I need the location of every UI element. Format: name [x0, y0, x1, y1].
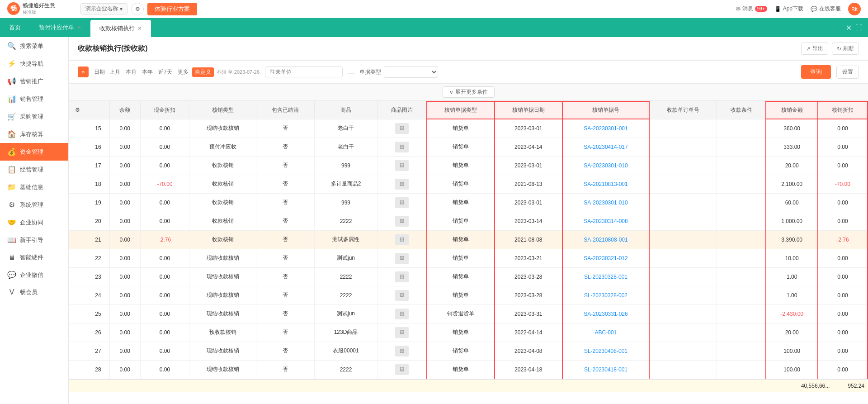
bill-no-link-9[interactable]: SL-20230328-002: [584, 292, 627, 299]
sidebar: 🔍搜索菜单⚡快捷导航📢营销推广📊销售管理🛒采购管理🏠库存核算💰资金管理📋经营管理…: [0, 37, 69, 404]
sidebar-item-2[interactable]: 📢营销推广: [0, 72, 68, 90]
tab-prepay[interactable]: 预付冲应付单 ✕: [30, 18, 90, 37]
bill-no-link-12[interactable]: SL-20230408-001: [584, 348, 627, 354]
sidebar-item-7[interactable]: 📋经营管理: [0, 161, 68, 178]
filter-partner-group: [265, 67, 343, 77]
td-bill-report-no-10: SA-20230331-026: [562, 304, 649, 323]
tab-bar: 首页 预付冲应付单 ✕ 收款核销执行 ✕ ✕ ⛶: [0, 18, 868, 37]
sidebar-item-12[interactable]: 🖥智能硬件: [0, 249, 68, 266]
td-balance-9: 0.00: [109, 286, 140, 304]
tab-prepay-label: 预付冲应付单: [39, 24, 74, 32]
td-balance-5: 0.00: [109, 212, 140, 230]
bill-type-select[interactable]: [384, 66, 438, 78]
tab-verify[interactable]: 收款核销执行 ✕: [90, 20, 151, 37]
bill-no-link-4[interactable]: SA-20230301-010: [584, 200, 627, 206]
td-balance-7: 0.00: [109, 249, 140, 267]
date-opt-custom[interactable]: 自定义: [192, 67, 214, 77]
message-item[interactable]: ✉ 消息 99+: [736, 5, 767, 13]
td-bill-report-date-5: 2023-03-14: [495, 212, 562, 230]
td-balance-6: 0.00: [109, 230, 140, 249]
td-receipt-order-no-2: [649, 156, 717, 175]
bill-no-link-7[interactable]: SA-20230321-012: [584, 255, 627, 261]
bill-no-link-10[interactable]: SA-20230331-026: [584, 311, 627, 317]
td-balance-3: 0.00: [109, 175, 140, 193]
td-balance-1: 0.00: [109, 138, 140, 156]
table-container: ⚙ 余额 现金折扣 核销类型 包含已结清 商品 商品图片 核销单据类型 核销单据…: [69, 101, 868, 404]
sidebar-icon-9: ⚙: [7, 200, 16, 209]
bill-no-link-0[interactable]: SA-20230301-001: [584, 125, 627, 132]
sidebar-item-8[interactable]: 📁基础信息: [0, 178, 68, 196]
bill-no-link-5[interactable]: SA-20230314-008: [584, 218, 627, 224]
export-label: 导出: [812, 45, 823, 52]
date-opt-last-month[interactable]: 上月: [108, 67, 122, 77]
bill-no-link-13[interactable]: SL-20230418-001: [584, 366, 627, 373]
bill-no-link-8[interactable]: SL-20230328-001: [584, 274, 627, 280]
industry-btn[interactable]: 体验行业方案: [147, 3, 197, 15]
sidebar-item-9[interactable]: ⚙系统管理: [0, 196, 68, 214]
td-bill-report-no-12: SL-20230408-001: [562, 342, 649, 360]
date-opt-7days[interactable]: 近7天: [156, 67, 174, 77]
sidebar-icon-3: 📊: [7, 95, 16, 103]
table-row: 16 0.00 0.00 预付冲应收 否 老白干 🖼 销货单 2023-04-1…: [69, 138, 868, 156]
bill-no-link-1[interactable]: SA-20230414-017: [584, 144, 627, 150]
th-settings[interactable]: ⚙: [69, 101, 87, 119]
date-opt-this-month[interactable]: 本月: [124, 67, 138, 77]
sidebar-item-13[interactable]: 💬企业微信: [0, 266, 68, 284]
refresh-btn[interactable]: ↻ 刷新: [832, 43, 859, 55]
footer-verify-amount: 40,556,66...: [801, 383, 830, 389]
td-cash-discount-12: 0.00: [140, 342, 189, 360]
query-btn[interactable]: 查询: [801, 65, 831, 79]
bill-type-label: 单据类型: [359, 68, 381, 76]
bill-no-link-2[interactable]: SA-20230301-010: [584, 162, 627, 169]
td-cash-discount-4: 0.00: [140, 193, 189, 212]
date-opt-this-year[interactable]: 本年: [140, 67, 155, 77]
td-product-2: 999: [314, 156, 377, 175]
filter-expand-btn[interactable]: »: [78, 67, 89, 77]
td-cash-discount-8: 0.00: [140, 267, 189, 286]
tab-prepay-close[interactable]: ✕: [77, 24, 81, 31]
sidebar-item-10[interactable]: 🤝企业协同: [0, 214, 68, 231]
tab-verify-close[interactable]: ✕: [137, 25, 142, 32]
partner-input[interactable]: [265, 67, 343, 77]
date-opt-more[interactable]: 更多: [176, 67, 190, 77]
company-selector[interactable]: 演示企业名称 ▾: [80, 3, 127, 14]
gear-icon: ⚙: [75, 107, 80, 113]
sidebar-label-13: 企业微信: [20, 271, 43, 279]
sidebar-item-4[interactable]: 🛒采购管理: [0, 108, 68, 125]
td-verify-type-2: 收款核销: [189, 156, 256, 175]
td-cash-discount-7: 0.00: [140, 249, 189, 267]
export-btn[interactable]: ↗ 导出: [801, 43, 828, 55]
filter-settings-btn[interactable]: 设置: [836, 66, 859, 79]
sidebar-item-14[interactable]: V畅会员: [0, 284, 68, 301]
bill-no-link-6[interactable]: SA-20210808-001: [584, 237, 627, 243]
bill-no-link-3[interactable]: SA-20210813-001: [584, 181, 627, 187]
bill-no-link-11[interactable]: ABC-001: [595, 329, 617, 336]
close-tab-action[interactable]: ✕: [846, 24, 852, 32]
user-avatar[interactable]: Rit: [848, 3, 861, 15]
td-bill-report-no-0: SA-20230301-001: [562, 119, 649, 138]
dots-btn[interactable]: ...: [348, 68, 354, 76]
td-include-settled-2: 否: [256, 156, 314, 175]
td-receipt-order-no-7: [649, 249, 717, 267]
app-download-item[interactable]: 📱 App下载: [774, 5, 803, 13]
table-row: 25 0.00 0.00 现结收款核销 否 测试jun 🖼 销货退货单 2023…: [69, 304, 868, 323]
online-service-item[interactable]: 💬 在线客服: [811, 5, 841, 13]
expand-more-btn[interactable]: ∨ 展开更多条件: [443, 86, 495, 98]
tab-home[interactable]: 首页: [0, 24, 30, 32]
td-verify-amount-8: 1.00: [766, 267, 818, 286]
maximize-action[interactable]: ⛶: [855, 24, 863, 32]
sidebar-item-1[interactable]: ⚡快捷导航: [0, 55, 68, 72]
sidebar-item-3[interactable]: 📊销售管理: [0, 90, 68, 108]
sidebar-label-11: 新手引导: [20, 236, 43, 244]
sidebar-item-5[interactable]: 🏠库存核算: [0, 125, 68, 143]
sidebar-item-0[interactable]: 🔍搜索菜单: [0, 37, 68, 55]
footer-verify-amount-value: 40,556,66...: [801, 383, 830, 389]
td-product-13: 2222: [314, 360, 377, 379]
td-verify-amount-2: 20.00: [766, 156, 818, 175]
sidebar-item-11[interactable]: 📖新手引导: [0, 231, 68, 249]
sidebar-item-6[interactable]: 💰资金管理: [0, 143, 68, 161]
td-receipt-order-no-12: [649, 342, 717, 360]
td-verify-amount-3: 2,100.00: [766, 175, 818, 193]
date-label: 日期: [94, 68, 105, 76]
settings-button[interactable]: ⚙: [131, 3, 144, 15]
